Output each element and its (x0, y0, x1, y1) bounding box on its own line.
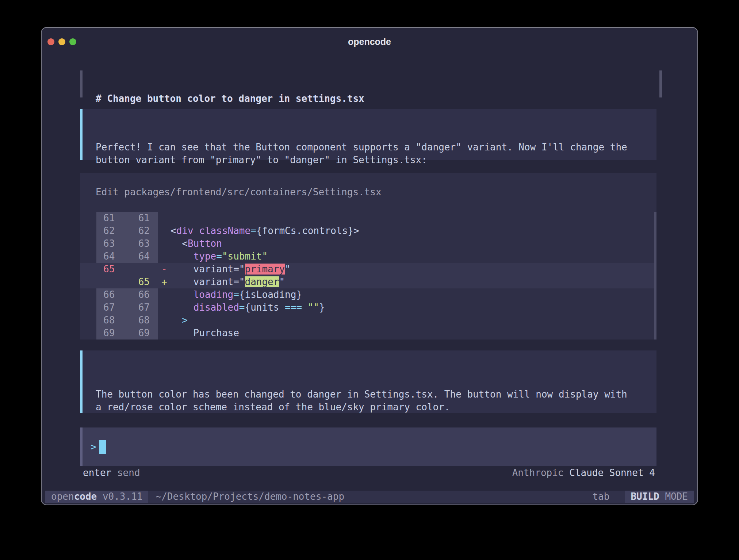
diff-row: 6161 (80, 212, 656, 225)
text-cursor (99, 440, 106, 454)
new-line-number: 64 (115, 250, 150, 263)
old-line-number: 66 (96, 288, 115, 301)
prompt-symbol: > (91, 441, 96, 452)
new-line-number (115, 263, 150, 276)
window-title: opencode (42, 28, 697, 55)
new-line-number: 65 (115, 276, 150, 288)
old-line-number: 69 (96, 327, 115, 340)
message-text: Perfect! I can see that the Button compo… (96, 141, 656, 166)
new-line-number: 67 (115, 301, 150, 314)
diff-row: 6262<div className={formCs.controls}> (80, 225, 656, 237)
app-version: v0.3.11 (103, 491, 143, 502)
enter-key-hint: enter (83, 467, 111, 478)
code-line: <Button (171, 237, 222, 250)
old-line-number: 65 (96, 263, 115, 276)
old-line-number: 63 (96, 237, 115, 250)
new-line-number: 68 (115, 314, 150, 327)
diff-marker (158, 212, 171, 225)
new-line-number: 62 (115, 225, 150, 237)
new-line-number: 69 (115, 327, 150, 340)
diff-marker: + (158, 276, 171, 288)
message-text: The button color has been changed to dan… (96, 388, 656, 414)
edit-header-gap (119, 187, 125, 197)
opencode-window: opencode # Change button color to danger… (41, 27, 698, 505)
code-line: loading={isLoading} (171, 288, 302, 301)
diff-marker (158, 314, 171, 327)
diff-row: 6464 type="submit" (80, 250, 656, 263)
message-line: a red/rose color scheme instead of the b… (96, 401, 656, 414)
session-title: # Change button color to danger in setti… (96, 92, 646, 105)
old-line-number: 68 (96, 314, 115, 327)
assistant-message: Perfect! I can see that the Button compo… (80, 109, 656, 160)
diff-row: 6969 Purchase (80, 327, 656, 340)
window-titlebar: opencode (42, 28, 697, 55)
diff-row: 6868 > (80, 314, 656, 327)
code-line: variant="primary" (171, 263, 291, 276)
session-header: # Change button color to danger in setti… (80, 70, 662, 97)
message-line: button variant from "primary" to "danger… (96, 154, 656, 166)
code-line: variant="danger" (171, 276, 285, 288)
diff-scrollbar[interactable] (654, 212, 656, 340)
edit-tool-card: Edit packages/frontend/src/containers/Se… (80, 173, 656, 340)
edit-file-path: packages/frontend/src/containers/Setting… (124, 187, 381, 197)
old-line-number: 64 (96, 250, 115, 263)
edit-action-label: Edit (96, 187, 119, 197)
send-hint: enter send (83, 467, 140, 479)
send-label: send (117, 467, 140, 478)
diff-row: 65+ variant="danger" (80, 276, 656, 288)
minimize-button[interactable] (58, 38, 65, 45)
diff-marker (158, 250, 171, 263)
diff-row: 6666 loading={isLoading} (80, 288, 656, 301)
diff-row: 65- variant="primary" (80, 263, 656, 276)
app-name-suffix: code (74, 491, 97, 502)
assistant-message: The button color has been changed to dan… (80, 350, 656, 413)
mode-name: BUILD (631, 491, 659, 502)
old-line-number: 61 (96, 212, 115, 225)
old-line-number: 62 (96, 225, 115, 237)
status-bar: opencode v0.3.11 ~/Desktop/Projects/demo… (45, 491, 694, 503)
message-line: Perfect! I can see that the Button compo… (96, 141, 656, 154)
diff-marker (158, 288, 171, 301)
diff-marker (158, 327, 171, 340)
close-button[interactable] (47, 38, 54, 45)
new-line-number: 63 (115, 237, 150, 250)
diff-marker (158, 301, 171, 314)
code-line: disabled={units === ""} (171, 301, 325, 314)
zoom-button[interactable] (69, 38, 76, 45)
new-line-number: 66 (115, 288, 150, 301)
tab-key-hint[interactable]: tab (592, 491, 609, 503)
diff-row: 6363 <Button (80, 237, 656, 250)
mode-suffix: MODE (665, 491, 688, 502)
statusbar-spacer (344, 491, 592, 503)
code-line: type="submit" (171, 250, 268, 263)
message-line: The button color has been changed to dan… (96, 388, 656, 401)
diff-view: 61616262<div className={formCs.controls}… (80, 212, 656, 340)
model-indicator: Anthropic Claude Sonnet 4 (512, 467, 655, 479)
prompt-input[interactable]: > (80, 427, 656, 466)
diff-marker (158, 225, 171, 237)
diff-row: 6767 disabled={units === ""} (80, 301, 656, 314)
code-line: Purchase (171, 327, 239, 340)
working-directory: ~/Desktop/Projects/demo-notes-app (156, 491, 344, 503)
hints-row: enter send Anthropic Claude Sonnet 4 (80, 467, 656, 479)
code-line: > (171, 314, 188, 327)
edit-tool-header: Edit packages/frontend/src/containers/Se… (96, 186, 382, 199)
old-line-number (96, 276, 115, 288)
app-name-prefix: open (51, 491, 74, 502)
provider-label: Anthropic (512, 467, 564, 478)
code-line: <div className={formCs.controls}> (171, 225, 359, 237)
new-line-number: 61 (115, 212, 150, 225)
diff-marker (158, 237, 171, 250)
model-label: Claude Sonnet 4 (569, 467, 655, 478)
diff-marker: - (158, 263, 171, 276)
mode-segment: BUILD MODE (625, 491, 694, 503)
app-version-segment: opencode v0.3.11 (45, 491, 148, 503)
old-line-number: 67 (96, 301, 115, 314)
